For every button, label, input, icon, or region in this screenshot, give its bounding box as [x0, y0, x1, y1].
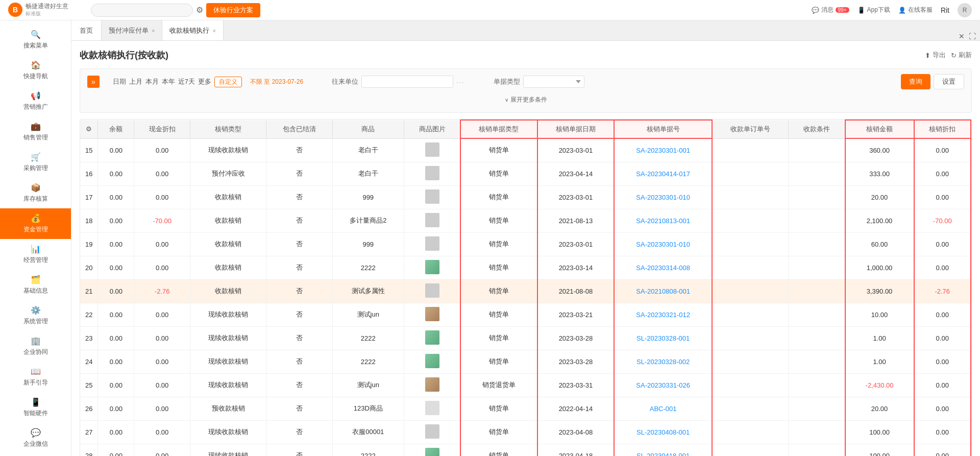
doc-no-link[interactable]: SA-20210813-001: [636, 217, 690, 225]
cell-receipt-order-no: [712, 350, 789, 373]
filter-counterparty-input[interactable]: [361, 76, 453, 88]
sidebar-item-member[interactable]: V 畅会员: [0, 453, 71, 456]
cell-writeoff-amount: 20.00: [845, 185, 914, 209]
tab-expand-btn[interactable]: ⛶: [969, 32, 976, 40]
filter-this-year[interactable]: 本年: [162, 77, 175, 86]
cell-receipt-order-no: [712, 303, 789, 326]
doc-no-link[interactable]: SA-20230321-012: [636, 311, 690, 319]
doc-no-link[interactable]: SA-20230331-026: [636, 381, 690, 389]
cell-receipt-condition: [789, 209, 845, 232]
cell-doc-no[interactable]: SL-20230408-001: [614, 420, 712, 444]
cell-receipt-order-no: [712, 185, 789, 209]
top-search-input[interactable]: [91, 4, 193, 17]
page-title-text: 收款核销执行(按收款): [80, 49, 168, 61]
doc-no-link[interactable]: SA-20230301-001: [636, 147, 690, 154]
doc-no-link[interactable]: SL-20230328-001: [636, 334, 690, 342]
cell-product: 测试jun: [332, 303, 404, 326]
doc-no-link[interactable]: SA-20230301-010: [636, 241, 690, 248]
tab-close-all-btn[interactable]: ✕: [959, 32, 965, 40]
doc-no-link[interactable]: SA-20230301-010: [636, 194, 690, 201]
filter-last7[interactable]: 近7天: [178, 77, 195, 86]
doc-no-link[interactable]: SA-20230314-008: [636, 264, 690, 272]
tab-home[interactable]: 首页: [71, 20, 102, 40]
cell-doc-no[interactable]: SA-20230301-001: [614, 138, 712, 162]
doc-no-link[interactable]: SA-20210808-001: [636, 287, 690, 295]
sidebar-item-inventory[interactable]: 📦 库存核算: [0, 178, 71, 208]
sidebar-item-purchase[interactable]: 🛒 采购管理: [0, 147, 71, 178]
th-doc-date: 核销单据日期: [537, 120, 615, 138]
filter-this-month[interactable]: 本月: [145, 77, 159, 86]
cell-rownum: 15: [80, 138, 98, 162]
title-actions: ⬆ 导出 ↻ 刷新: [925, 51, 972, 60]
sidebar-item-guide[interactable]: 📖 新手引导: [0, 362, 71, 392]
doc-no-link[interactable]: SL-20230328-002: [636, 358, 690, 366]
online-service-item[interactable]: 👤 在线客服: [898, 6, 933, 14]
cell-doc-no[interactable]: SL-20230328-002: [614, 350, 712, 373]
cell-doc-no[interactable]: SA-20230321-012: [614, 303, 712, 326]
enterprise-icon: 🏢: [31, 336, 41, 346]
cell-doc-no[interactable]: SL-20230418-001: [614, 444, 712, 456]
export-btn[interactable]: ⬆ 导出: [925, 51, 946, 60]
filter-dots: ···: [456, 78, 465, 86]
cell-product: 999: [332, 185, 404, 209]
cell-doc-no[interactable]: SA-20230414-017: [614, 162, 712, 185]
sidebar-item-enterprise[interactable]: 🏢 企业协同: [0, 331, 71, 362]
cell-balance: 0.00: [98, 279, 134, 303]
filter-more[interactable]: 更多: [198, 77, 211, 86]
user-avatar[interactable]: R: [958, 3, 972, 17]
sidebar-item-operation[interactable]: 📊 经营管理: [0, 239, 71, 270]
th-receipt-order-no: 收款单订单号: [712, 120, 789, 138]
filter-custom-btn[interactable]: 自定义: [214, 77, 242, 87]
cell-doc-type: 销货单: [460, 326, 537, 350]
doc-no-link[interactable]: ABC-001: [650, 405, 677, 413]
cell-doc-no[interactable]: SA-20210808-001: [614, 279, 712, 303]
sidebar-item-search[interactable]: 🔍 搜索菜单: [0, 25, 71, 55]
cell-doc-date: 2023-03-01: [537, 232, 615, 256]
sidebar-item-quick[interactable]: 🏠 快捷导航: [0, 55, 71, 86]
sidebar-item-marketing[interactable]: 📢 营销推广: [0, 86, 71, 116]
tab-prepayment[interactable]: 预付冲应付单 ×: [102, 20, 162, 40]
sidebar-item-wecom[interactable]: 💬 企业微信: [0, 423, 71, 453]
th-included-settled: 包含已结清: [266, 120, 332, 138]
tab-prepayment-close[interactable]: ×: [152, 28, 155, 34]
doc-no-link[interactable]: SA-20230414-017: [636, 170, 690, 178]
cell-doc-no[interactable]: SA-20210813-001: [614, 209, 712, 232]
query-btn[interactable]: 查询: [901, 74, 930, 89]
cell-doc-no[interactable]: SA-20230331-026: [614, 373, 712, 397]
cell-product: 2222: [332, 350, 404, 373]
tab-bar: 首页 预付冲应付单 × 收款核销执行 × ✕ ⛶: [71, 20, 980, 41]
sidebar-item-finance[interactable]: 💰 资金管理: [0, 208, 71, 239]
tab-writeoff[interactable]: 收款核销执行 ×: [162, 20, 223, 40]
sidebar-item-sales[interactable]: 💼 销售管理: [0, 116, 71, 147]
industry-btn[interactable]: 休验行业方案: [206, 3, 260, 17]
sidebar-item-system[interactable]: ⚙️ 系统管理: [0, 300, 71, 331]
doc-no-link[interactable]: SL-20230408-001: [636, 428, 690, 436]
cell-rownum: 16: [80, 162, 98, 185]
cell-doc-no[interactable]: SA-20230314-008: [614, 256, 712, 279]
th-gear[interactable]: ⚙: [80, 120, 98, 138]
filter-doctype-select[interactable]: [523, 76, 584, 88]
filter-last-month[interactable]: 上月: [129, 77, 142, 86]
cell-doc-no[interactable]: ABC-001: [614, 397, 712, 420]
sidebar-item-smart[interactable]: 📱 智能硬件: [0, 392, 71, 423]
cell-rownum: 19: [80, 232, 98, 256]
expand-more-btn[interactable]: ∨ 展开更多条件: [502, 92, 550, 107]
settings-gear-btn[interactable]: ⚙: [196, 5, 203, 15]
cell-product-img: [404, 420, 460, 444]
app-download-item[interactable]: 📱 App下载: [857, 6, 890, 14]
basic-icon: 🗂️: [31, 275, 41, 284]
refresh-btn[interactable]: ↻ 刷新: [951, 51, 972, 60]
cell-doc-no[interactable]: SA-20230301-010: [614, 232, 712, 256]
filter-settings-btn[interactable]: 设置: [934, 74, 964, 89]
cell-doc-no[interactable]: SL-20230328-001: [614, 326, 712, 350]
filter-collapse-btn[interactable]: »: [87, 76, 100, 88]
tab-writeoff-close[interactable]: ×: [212, 28, 215, 34]
cell-doc-no[interactable]: SA-20230301-010: [614, 185, 712, 209]
sidebar-item-basic[interactable]: 🗂️ 基础信息: [0, 270, 71, 300]
cell-rownum: 26: [80, 397, 98, 420]
table-row: 18 0.00 -70.00 收款核销 否 多计量商品2 销货单 2021-08…: [80, 209, 971, 232]
table-row: 23 0.00 0.00 现续收款核销 否 2222 销货单 2023-03-2…: [80, 326, 971, 350]
cell-rownum: 17: [80, 185, 98, 209]
message-icon-item[interactable]: 💬 消息 99+: [812, 6, 849, 14]
doc-no-link[interactable]: SL-20230418-001: [636, 452, 690, 457]
